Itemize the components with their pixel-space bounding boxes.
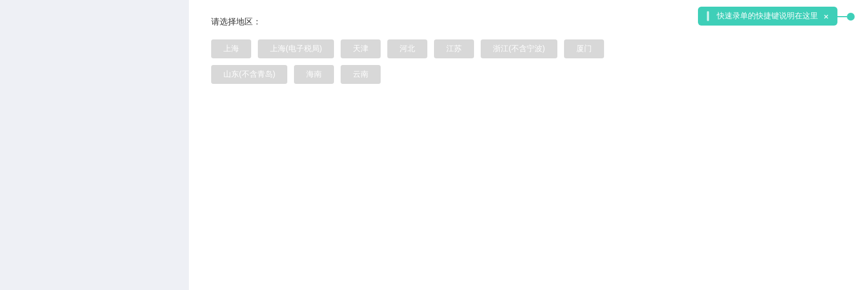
tooltip-badge: 快速录单的快捷键说明在这里 × <box>698 7 837 26</box>
main-content: 请选择地区： 上海上海(电子税局)天津河北江苏浙江(不含宁波)厦门 山东(不含青… <box>189 0 868 290</box>
region-button-hebei[interactable]: 河北 <box>387 39 427 58</box>
tooltip-text: 快速录单的快捷键说明在这里 <box>717 11 818 21</box>
region-row-1: 上海上海(电子税局)天津河北江苏浙江(不含宁波)厦门 <box>211 39 846 58</box>
region-button-tianjin[interactable]: 天津 <box>341 39 381 58</box>
region-button-zhejiang[interactable]: 浙江(不含宁波) <box>481 39 557 58</box>
connector-line <box>836 16 847 17</box>
tooltip-close-button[interactable]: × <box>824 12 829 21</box>
region-button-jiangsu[interactable]: 江苏 <box>434 39 474 58</box>
region-button-hainan[interactable]: 海南 <box>294 65 334 84</box>
tooltip-dot <box>847 13 855 21</box>
region-button-shanghai[interactable]: 上海 <box>211 39 251 58</box>
region-button-xiamen[interactable]: 厦门 <box>564 39 604 58</box>
region-button-shandong[interactable]: 山东(不含青岛) <box>211 65 287 84</box>
region-button-shanghai-etax[interactable]: 上海(电子税局) <box>258 39 334 58</box>
region-button-yunnan[interactable]: 云南 <box>341 65 381 84</box>
region-row-2: 山东(不含青岛)海南云南 <box>211 65 846 84</box>
left-sidebar <box>0 0 189 290</box>
tooltip-bar <box>707 11 709 21</box>
